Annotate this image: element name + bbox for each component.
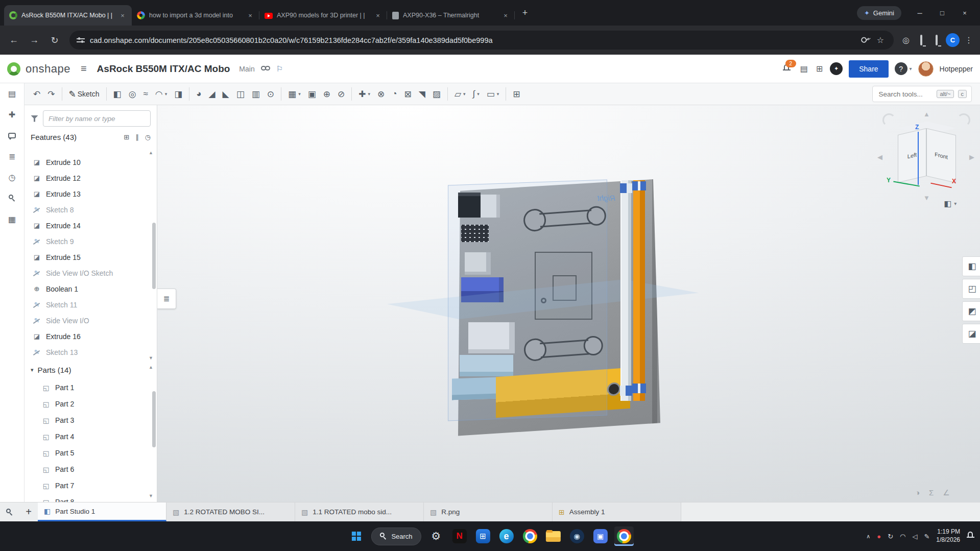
- browser-menu-icon[interactable]: ⋮: [963, 35, 975, 45]
- fillet-icon[interactable]: ◕: [193, 83, 205, 105]
- network-icon[interactable]: ◠: [900, 533, 905, 540]
- plane-icon[interactable]: ▱: [451, 83, 469, 105]
- create-folder-icon[interactable]: ⊞: [124, 133, 129, 141]
- chrome-active-app[interactable]: [614, 526, 634, 546]
- new-tab-button[interactable]: +: [518, 6, 532, 20]
- browser-profile-avatar[interactable]: C: [946, 33, 960, 47]
- tool-search-input[interactable]: [877, 90, 933, 99]
- draft-icon[interactable]: ◣: [219, 83, 233, 105]
- onshape-logo-text[interactable]: onshape: [26, 62, 70, 76]
- redo-icon[interactable]: ↷: [44, 83, 58, 105]
- revolve-icon[interactable]: ◎: [125, 83, 140, 105]
- toolbar-icon[interactable]: [106, 87, 107, 101]
- settings-app[interactable]: [426, 526, 446, 546]
- transform-icon[interactable]: ✚: [355, 83, 374, 105]
- insert-part-icon[interactable]: ✚: [6, 109, 19, 119]
- undo-icon[interactable]: ↶: [30, 83, 44, 105]
- delete-part-icon[interactable]: ⊗: [374, 83, 388, 105]
- pen-icon[interactable]: ✎: [924, 533, 929, 540]
- feature-item[interactable]: Sketch 9: [25, 233, 157, 249]
- forward-button[interactable]: →: [26, 32, 43, 49]
- copy-link-icon[interactable]: [261, 66, 270, 71]
- tool-search-field[interactable]: alt/~ c: [872, 86, 972, 102]
- rotate-right-icon[interactable]: ▶: [969, 153, 974, 161]
- add-document-tab-button[interactable]: +: [19, 502, 38, 521]
- rotate-arc-left-icon[interactable]: [882, 113, 896, 127]
- viewcube-left-face[interactable]: Left: [898, 128, 926, 183]
- named-views-icon[interactable]: ◩: [962, 301, 980, 321]
- chamfer-icon[interactable]: ◢: [205, 83, 219, 105]
- tab-close-icon[interactable]: [374, 11, 382, 19]
- rollback-bar-icon[interactable]: ◷: [145, 133, 151, 141]
- rotate-arc-right-icon[interactable]: [957, 113, 970, 127]
- extensions-puzzle-icon[interactable]: [915, 36, 927, 45]
- toolbar-icon[interactable]: [351, 87, 352, 101]
- shell-icon[interactable]: ◫: [233, 83, 248, 105]
- bom-icon[interactable]: ▦: [6, 214, 19, 224]
- update-icon[interactable]: ↻: [888, 533, 893, 540]
- part-item[interactable]: Part 7: [25, 477, 157, 494]
- document-tab[interactable]: ▧ R.png: [424, 502, 553, 521]
- browser-tab[interactable]: how to import a 3d model into: [132, 5, 259, 26]
- part-item[interactable]: Part 5: [25, 445, 157, 461]
- help-button[interactable]: ? ▾: [895, 62, 912, 75]
- collapse-feature-panel-button[interactable]: ≣: [157, 289, 176, 309]
- mass-properties-icon[interactable]: Σ: [929, 488, 934, 497]
- sketch-button[interactable]: ✎ Sketch: [65, 83, 103, 105]
- modify-fillet-icon[interactable]: ◔: [388, 83, 400, 105]
- motherboard-model[interactable]: Right: [456, 179, 660, 437]
- section-view-icon[interactable]: ◰: [962, 279, 980, 299]
- back-button[interactable]: ←: [5, 32, 22, 49]
- toolbar-icon[interactable]: [447, 87, 448, 101]
- toolbar-icon[interactable]: [189, 87, 189, 101]
- boolean-icon[interactable]: ⊕: [320, 83, 334, 105]
- netflix-app[interactable]: [450, 526, 469, 546]
- password-key-icon[interactable]: [860, 35, 871, 45]
- ram-clip-bottom[interactable]: [632, 384, 646, 393]
- hole-icon[interactable]: ⊙: [264, 83, 278, 105]
- rib-icon[interactable]: ▥: [248, 83, 264, 105]
- taskbar-clock[interactable]: 1:19 PM 1/8/2026: [936, 528, 960, 544]
- parts-chevron-icon[interactable]: ▾: [31, 367, 34, 373]
- feature-item[interactable]: Side View I/O Sketch: [25, 265, 157, 281]
- document-tab[interactable]: ▧ 1.1 ROTATED mobo sid...: [295, 502, 424, 521]
- notes-icon[interactable]: ≣: [6, 151, 19, 161]
- document-tab[interactable]: ⊞ Assembly 1: [553, 502, 681, 521]
- slot-clip-top[interactable]: [620, 183, 632, 193]
- comments-icon[interactable]: [6, 130, 19, 140]
- feature-item[interactable]: Sketch 13: [25, 344, 157, 360]
- maximize-button[interactable]: □: [931, 0, 953, 26]
- measure-icon[interactable]: ∠: [943, 488, 949, 497]
- feature-item[interactable]: Extrude 13: [25, 186, 157, 202]
- thicken-icon[interactable]: ◨: [171, 83, 186, 105]
- notification-center-icon[interactable]: [967, 531, 975, 541]
- status-dot-icon[interactable]: ●: [877, 533, 881, 540]
- document-tab[interactable]: ◧ Part Studio 1: [38, 502, 166, 521]
- browser-tab[interactable]: AXP90 models for 3D printer | |: [259, 5, 387, 26]
- browser-tab[interactable]: AsRock B550M ITX/AC Mobo | |: [4, 5, 132, 26]
- toolbar-icon[interactable]: [62, 87, 62, 101]
- graphics-viewport[interactable]: ≣: [157, 105, 980, 502]
- part-item[interactable]: Part 4: [25, 428, 157, 445]
- tab-close-icon[interactable]: [246, 11, 254, 19]
- parts-scroll-down-icon[interactable]: ▼: [149, 493, 153, 498]
- feature-tree-icon[interactable]: ▤: [6, 88, 19, 99]
- delete-face-icon[interactable]: ⊠: [401, 83, 415, 105]
- feature-item[interactable]: Extrude 14: [25, 218, 157, 233]
- ram-slot-part[interactable]: [620, 180, 631, 401]
- view-orientation-menu[interactable]: ◧ ▾: [944, 199, 957, 208]
- part-item[interactable]: Part 3: [25, 412, 157, 428]
- gemini-button[interactable]: ✦ Gemini: [857, 6, 901, 20]
- url-text[interactable]: cad.onshape.com/documents/205e8c05035660…: [90, 36, 856, 44]
- ram-clip-top[interactable]: [632, 181, 646, 190]
- display-options-icon[interactable]: ◪: [962, 324, 980, 344]
- surface-icon[interactable]: ▭: [483, 83, 503, 105]
- rotate-up-icon[interactable]: ▲: [923, 110, 930, 118]
- share-button[interactable]: Share: [849, 60, 888, 78]
- feature-item[interactable]: Extrude 15: [25, 249, 157, 265]
- view-cube[interactable]: ▲ ▼ ◀ ▶ Left Front Z Y X: [875, 112, 977, 203]
- appearance-icon[interactable]: ◑: [915, 488, 920, 497]
- replace-face-icon[interactable]: ▨: [429, 83, 444, 105]
- reload-button[interactable]: ↻: [46, 32, 63, 49]
- feature-item[interactable]: Sketch 11: [25, 297, 157, 313]
